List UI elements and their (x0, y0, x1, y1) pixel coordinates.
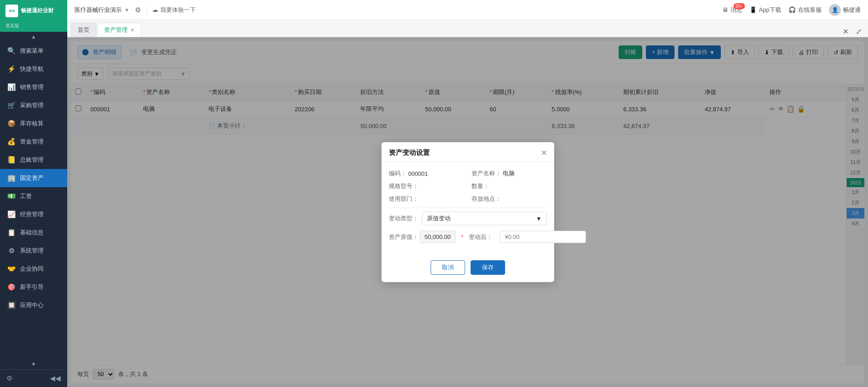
qty-label: 数量： (471, 182, 489, 190)
app-name: 畅捷通好业财 (21, 7, 54, 15)
sidebar-item-enterprise[interactable]: 🤝 企业协同 (0, 260, 67, 278)
sidebar-label-basic-info: 基础信息 (20, 228, 44, 237)
sidebar-label-search: 搜索菜单 (20, 47, 44, 55)
sidebar-item-basic-info[interactable]: 📋 基础信息 (0, 223, 67, 242)
tab-close-icon[interactable]: ✕ (130, 27, 134, 33)
sidebar-label-quick-nav: 快捷导航 (20, 65, 44, 73)
asset-name-value: 电脑 (503, 169, 515, 178)
dialog-title: 资产变动设置 (389, 149, 430, 157)
sidebar-item-purchase[interactable]: 🛒 采购管理 (0, 96, 67, 114)
main-area: 医疗器械行业演示 ▼ ⚙ ☁ 我要体验一下 🖥 消息 99+ 📱 App下载 🎧… (67, 0, 868, 387)
ledger-icon: 📒 (7, 156, 15, 164)
sidebar-item-ledger[interactable]: 📒 总账管理 (0, 151, 67, 169)
sidebar-item-fixed-assets[interactable]: 🏢 固定资产 (0, 169, 67, 187)
user-name: 畅捷通 (843, 6, 861, 14)
sidebar-bottom: ⚙ ◀◀ (0, 369, 67, 387)
tab-home[interactable]: 首页 (71, 23, 96, 37)
collab-icon: 🤝 (7, 265, 15, 273)
settings-icon[interactable]: ⚙ (6, 374, 12, 382)
online-service-label: 在线客服 (798, 6, 822, 14)
code-label: 编码： (389, 169, 407, 178)
change-after-input[interactable] (500, 231, 586, 243)
app-download-label: App下载 (759, 6, 781, 14)
dialog-divider (389, 208, 547, 208)
topbar-divider (146, 5, 147, 15)
company-name: 医疗器械行业演示 (74, 6, 122, 14)
change-after-label: 变动后： (469, 233, 496, 241)
tab-asset-management[interactable]: 资产管理 ✕ (97, 23, 141, 37)
asset-value-label: 资产原值： (389, 233, 416, 241)
change-type-select[interactable]: 原值变动 ▼ (422, 212, 547, 225)
asset-value-display: 50,000.00 (420, 231, 456, 243)
sidebar-logo: AtA 畅捷通好业财 (0, 0, 67, 22)
dialog-row-code-name: 编码： 000001 资产名称： 电脑 (389, 169, 547, 178)
sidebar-label-purchase: 采购管理 (20, 101, 44, 109)
dialog-row-dept-loc: 使用部门： 存放地点： (389, 195, 547, 203)
app-download-button[interactable]: 📱 App下载 (749, 6, 781, 14)
app-icon: 🔲 (7, 301, 15, 309)
notifications-button[interactable]: 🖥 消息 99+ (722, 6, 742, 14)
topbar-settings-icon[interactable]: ⚙ (135, 6, 141, 14)
purchase-icon: 🛒 (7, 101, 15, 109)
dept-label: 使用部门： (389, 195, 418, 203)
dialog-footer: 取消 保存 (382, 256, 554, 282)
edition-label: 普及版 (0, 22, 67, 32)
dialog-field-spec: 规格型号： (389, 182, 464, 190)
tab-close-window-button[interactable]: ✕ (840, 26, 851, 37)
avatar: 👤 (829, 4, 841, 16)
sidebar-label-inventory: 库存核算 (20, 119, 44, 128)
experience-label: 我要体验一下 (160, 6, 196, 14)
notification-badge: 99+ (734, 3, 745, 9)
sidebar-menu: 🔍 搜索菜单 ⚡ 快捷导航 📊 销售管理 🛒 采购管理 📦 库存核算 💰 资金管… (0, 42, 67, 359)
sidebar-item-search[interactable]: 🔍 搜索菜单 (0, 42, 67, 60)
sidebar-item-guide[interactable]: 🎯 新手引导 (0, 278, 67, 296)
sidebar-item-sales[interactable]: 📊 销售管理 (0, 78, 67, 96)
sidebar-label-enterprise: 企业协同 (20, 265, 44, 273)
dialog-field-qty: 数量： (471, 182, 547, 190)
dialog-field-dept: 使用部门： (389, 195, 464, 203)
sidebar-item-inventory[interactable]: 📦 库存核算 (0, 114, 67, 133)
sidebar-item-operations[interactable]: 📈 经营管理 (0, 205, 67, 223)
dialog-field-location: 存放地点： (471, 195, 547, 203)
collapse-icon[interactable]: ◀◀ (50, 374, 61, 382)
dialog-field-asset-name: 资产名称： 电脑 (471, 169, 547, 178)
logo-icon: AtA (5, 5, 18, 17)
inventory-icon: 📦 (7, 119, 15, 128)
sidebar-item-funds[interactable]: 💰 资金管理 (0, 133, 67, 151)
save-button[interactable]: 保存 (471, 260, 505, 275)
dialog-change-type-row: 变动类型： 原值变动 ▼ (389, 212, 547, 225)
sidebar-label-sales: 销售管理 (20, 83, 44, 91)
topbar-right: 🖥 消息 99+ 📱 App下载 🎧 在线客服 👤 畅捷通 (722, 4, 861, 16)
dialog-close-button[interactable]: ✕ (541, 149, 547, 157)
spec-label: 规格型号： (389, 182, 418, 190)
change-type-arrow: ▼ (536, 215, 542, 222)
sidebar: AtA 畅捷通好业财 普及版 ▲ 🔍 搜索菜单 ⚡ 快捷导航 📊 销售管理 🛒 … (0, 0, 67, 387)
company-selector[interactable]: 医疗器械行业演示 ▼ (74, 6, 129, 14)
change-after-required: * (461, 233, 463, 240)
sidebar-item-system[interactable]: ⚙ 系统管理 (0, 242, 67, 260)
tab-maximize-button[interactable]: ⤢ (853, 26, 864, 37)
online-service-button[interactable]: 🎧 在线客服 (789, 6, 822, 14)
scroll-up-button[interactable]: ▲ (0, 32, 67, 42)
dialog-header: 资产变动设置 ✕ (382, 142, 554, 162)
asset-change-dialog: 资产变动设置 ✕ 编码： 000001 资产名称： 电脑 (382, 142, 554, 282)
scroll-down-button[interactable]: ▼ (0, 359, 67, 369)
experience-button[interactable]: ☁ 我要体验一下 (152, 6, 196, 14)
cancel-button[interactable]: 取消 (431, 260, 465, 275)
system-icon: ⚙ (7, 247, 15, 255)
home-tab-label: 首页 (78, 26, 89, 34)
sidebar-item-quick-nav[interactable]: ⚡ 快捷导航 (0, 60, 67, 78)
change-type-value: 原值变动 (427, 214, 451, 223)
sidebar-item-app-center[interactable]: 🔲 应用中心 (0, 296, 67, 314)
payroll-icon: 💵 (7, 192, 15, 200)
dialog-field-code: 编码： 000001 (389, 169, 464, 178)
sidebar-item-payroll[interactable]: 💵 工资 (0, 187, 67, 205)
user-menu[interactable]: 👤 畅捷通 (829, 4, 861, 16)
code-value: 000001 (408, 170, 428, 177)
sidebar-label-guide: 新手引导 (20, 283, 44, 291)
lightning-icon: ⚡ (7, 65, 15, 73)
company-dropdown-arrow: ▼ (124, 7, 129, 13)
location-label: 存放地点： (471, 195, 501, 203)
sidebar-label-fixed-assets: 固定资产 (20, 174, 44, 182)
building-icon: 🏢 (7, 174, 15, 182)
